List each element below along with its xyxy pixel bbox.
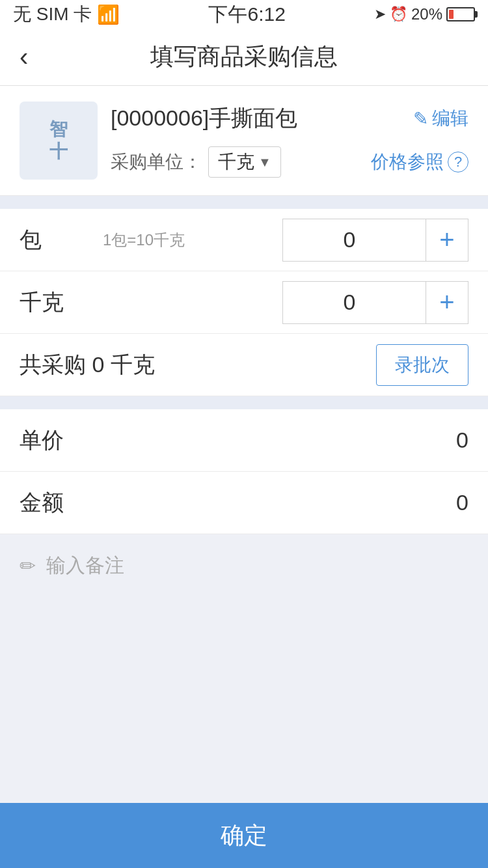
remark-placeholder: 输入备注 [46, 552, 124, 579]
bag-quantity-input[interactable] [282, 219, 426, 262]
battery-text: 20% [411, 5, 442, 23]
edit-button[interactable]: ✎ 编辑 [413, 106, 468, 131]
bag-plus-button[interactable]: + [426, 219, 468, 262]
unit-label: 采购单位： [111, 150, 202, 174]
amount-label: 金额 [20, 488, 64, 518]
carrier-text: 无 SIM 卡 [13, 2, 92, 27]
product-image-line2: 十 [49, 141, 68, 163]
status-left: 无 SIM 卡 📶 [13, 2, 120, 27]
price-ref-button[interactable]: 价格参照 ? [371, 150, 468, 174]
product-image: 智 十 [20, 102, 98, 180]
empty-space [0, 597, 488, 803]
price-row: 单价 0 [0, 409, 488, 472]
amount-row: 金额 0 [0, 472, 488, 534]
price-ref-label: 价格参照 [371, 150, 444, 174]
record-batch-button[interactable]: 录批次 [376, 344, 468, 386]
bag-label: 包 [20, 225, 98, 255]
total-row: 共采购 0 千克 录批次 [0, 334, 488, 396]
amount-value: 0 [456, 490, 468, 515]
product-name: [0000006]手撕面包 [111, 103, 297, 133]
pencil-icon: ✏ [20, 554, 36, 577]
nav-bar: ‹ 填写商品采购信息 [0, 29, 488, 86]
back-button[interactable]: ‹ [20, 42, 28, 72]
input-section: 包 1包=10千克 + 千克 + [0, 209, 488, 334]
bag-input-row: 包 1包=10千克 + [0, 209, 488, 271]
bag-input-right: + [282, 219, 468, 262]
confirm-bar[interactable]: 确定 [0, 803, 488, 868]
price-amount-section: 单价 0 金额 0 [0, 409, 488, 534]
kg-plus-button[interactable]: + [426, 281, 468, 324]
kg-label: 千克 [20, 288, 98, 318]
bag-sublabel: 1包=10千克 [103, 230, 282, 251]
chevron-down-icon: ▼ [258, 155, 271, 170]
total-text: 共采购 0 千克 [20, 350, 155, 380]
product-info: [0000006]手撕面包 ✎ 编辑 采购单位： 千克 ▼ 价格参照 ? [111, 103, 468, 178]
edit-label: 编辑 [432, 106, 468, 131]
location-icon: ➤ [374, 6, 386, 23]
product-card: 智 十 [0000006]手撕面包 ✎ 编辑 采购单位： 千克 ▼ [0, 86, 488, 196]
page-title: 填写商品采购信息 [150, 41, 338, 73]
confirm-text: 确定 [221, 820, 267, 852]
status-time: 下午6:12 [208, 1, 285, 28]
unit-value: 千克 [218, 150, 254, 174]
wifi-icon: 📶 [97, 4, 120, 25]
edit-icon: ✎ [413, 108, 428, 129]
status-bar: 无 SIM 卡 📶 下午6:12 ➤ ⏰ 20% [0, 0, 488, 29]
kg-quantity-input[interactable] [282, 281, 426, 324]
price-value: 0 [456, 427, 468, 453]
price-label: 单价 [20, 426, 64, 455]
section-divider-2 [0, 396, 488, 409]
battery-icon [446, 7, 475, 21]
remark-section[interactable]: ✏ 输入备注 [0, 534, 488, 597]
unit-row: 采购单位： 千克 ▼ 价格参照 ? [111, 146, 468, 178]
kg-input-row: 千克 + [0, 271, 488, 334]
alarm-icon: ⏰ [390, 6, 407, 23]
product-name-row: [0000006]手撕面包 ✎ 编辑 [111, 103, 468, 133]
product-image-line1: 智 [49, 118, 68, 141]
status-right: ➤ ⏰ 20% [374, 5, 475, 23]
section-divider-1 [0, 196, 488, 209]
kg-input-right: + [282, 281, 468, 324]
unit-select[interactable]: 千克 ▼ [208, 146, 281, 178]
question-icon: ? [448, 152, 468, 172]
